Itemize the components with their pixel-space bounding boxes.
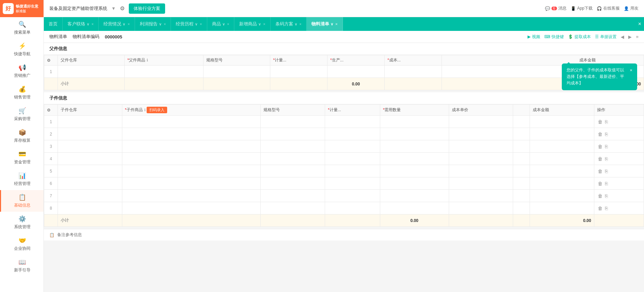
- child-qty-cell[interactable]: [380, 165, 449, 177]
- parent-product-cell[interactable]: [124, 66, 203, 78]
- child-unit-cell[interactable]: [325, 165, 380, 177]
- sidebar-item-operations[interactable]: 📊 经营管理: [0, 168, 44, 190]
- child-unit-cost-cell[interactable]: [449, 190, 513, 202]
- parent-warehouse-cell[interactable]: [58, 66, 125, 78]
- child-spec-cell[interactable]: [261, 177, 325, 190]
- sidebar-item-system[interactable]: ⚙️ 系统管理: [0, 212, 44, 233]
- child-spec-cell[interactable]: [261, 153, 325, 165]
- delete-row-button[interactable]: 🗑: [597, 118, 603, 125]
- child-unit-cost-cell[interactable]: [449, 202, 513, 214]
- child-unit-cost-cell[interactable]: [449, 128, 513, 140]
- menu-icon[interactable]: ≡: [636, 34, 639, 39]
- online-service-button[interactable]: 🎧 在线客服: [597, 5, 620, 11]
- tab-home[interactable]: 首页: [44, 17, 63, 31]
- child-qty-cell[interactable]: [380, 177, 449, 190]
- parent-production-cell[interactable]: [327, 66, 385, 78]
- sidebar-item-inventory[interactable]: 📦 库存核算: [0, 125, 44, 147]
- child-warehouse-cell[interactable]: [58, 140, 122, 153]
- child-warehouse-cell[interactable]: [58, 116, 122, 128]
- child-unit-cost-cell[interactable]: [449, 177, 513, 190]
- copy-row-button[interactable]: ⎘: [604, 155, 608, 162]
- child-qty-cell[interactable]: [380, 153, 449, 165]
- tab-close-icon[interactable]: ×: [299, 22, 301, 26]
- child-qty-cell[interactable]: [380, 128, 449, 140]
- sidebar-item-marketing[interactable]: 📢 营销推广: [0, 60, 44, 82]
- child-spec-cell[interactable]: [261, 116, 325, 128]
- sidebar-item-enterprise[interactable]: 🤝 企业协同: [0, 233, 44, 255]
- message-button[interactable]: 💬 6 消息: [545, 5, 567, 11]
- child-spec-cell[interactable]: [261, 202, 325, 214]
- tab-history[interactable]: 经营历程 ∨ ×: [171, 17, 207, 31]
- child-product-cell[interactable]: [122, 202, 261, 214]
- child-qty-cell[interactable]: [380, 116, 449, 128]
- child-warehouse-cell[interactable]: [58, 128, 122, 140]
- child-product-cell[interactable]: [122, 153, 261, 165]
- child-product-cell[interactable]: [122, 177, 261, 190]
- child-unit-cost-cell[interactable]: [449, 140, 513, 153]
- child-warehouse-cell[interactable]: [58, 153, 122, 165]
- tab-close-icon[interactable]: ×: [164, 22, 166, 26]
- copy-row-button[interactable]: ⎘: [604, 192, 608, 199]
- settings-icon[interactable]: ⚙: [120, 5, 125, 12]
- sidebar-item-basic-info[interactable]: 📋 基础信息: [0, 190, 44, 212]
- copy-row-button[interactable]: ⎘: [604, 205, 608, 212]
- tab-bom[interactable]: 物料清单 ∨ ×: [307, 17, 343, 31]
- sidebar-item-sales[interactable]: 💰 销售管理: [0, 82, 44, 104]
- child-product-cell[interactable]: [122, 140, 261, 153]
- copy-row-button[interactable]: ⎘: [604, 180, 608, 187]
- tab-close-icon[interactable]: ×: [335, 22, 337, 26]
- experience-button[interactable]: 体验行业方案: [129, 3, 165, 14]
- child-warehouse-cell[interactable]: [58, 202, 122, 214]
- sidebar-item-guide[interactable]: 📖 新手引导: [0, 255, 44, 277]
- sidebar-item-search[interactable]: 🔍 搜索菜单: [0, 17, 44, 39]
- delete-row-button[interactable]: 🗑: [597, 180, 603, 187]
- child-product-cell[interactable]: [122, 116, 261, 128]
- prev-record-icon[interactable]: ◀: [621, 34, 624, 39]
- child-warehouse-cell[interactable]: [58, 190, 122, 202]
- child-unit-cell[interactable]: [325, 128, 380, 140]
- delete-row-button[interactable]: 🗑: [597, 155, 603, 162]
- video-button[interactable]: ▶ 视频: [528, 34, 540, 40]
- child-qty-cell[interactable]: [380, 202, 449, 214]
- child-unit-cell[interactable]: [325, 140, 380, 153]
- child-unit-cell[interactable]: [325, 153, 380, 165]
- copy-row-button[interactable]: ⎘: [604, 143, 608, 150]
- sidebar-item-finance[interactable]: 💳 资金管理: [0, 147, 44, 168]
- tab-profit[interactable]: 利润报告 ∨ ×: [135, 17, 171, 31]
- child-unit-cost-cell[interactable]: [449, 153, 513, 165]
- child-spec-cell[interactable]: [261, 128, 325, 140]
- child-product-cell[interactable]: [122, 165, 261, 177]
- child-product-cell[interactable]: [122, 190, 261, 202]
- single-setting-button[interactable]: ☰ 单据设置: [595, 34, 617, 40]
- child-qty-cell[interactable]: [380, 140, 449, 153]
- tooltip-close-button[interactable]: ×: [630, 67, 632, 74]
- tab-close-icon[interactable]: ×: [91, 22, 94, 26]
- copy-row-button[interactable]: ⎘: [604, 118, 608, 125]
- parent-spec-cell[interactable]: [203, 66, 270, 78]
- scan-input-button[interactable]: 扫码录入: [147, 107, 167, 113]
- child-unit-cell[interactable]: [325, 116, 380, 128]
- extract-cost-button[interactable]: 💲 提取成本: [568, 34, 591, 40]
- tab-customer[interactable]: 客户联络 ∨ ×: [63, 17, 99, 31]
- close-all-tabs[interactable]: ×: [635, 21, 644, 27]
- child-unit-cost-cell[interactable]: [449, 116, 513, 128]
- child-spec-cell[interactable]: [261, 190, 325, 202]
- tab-product[interactable]: 商品 ∨ ×: [207, 17, 234, 31]
- parent-unit-cell[interactable]: [270, 66, 327, 78]
- dropdown-icon[interactable]: ▼: [111, 6, 116, 11]
- delete-row-button[interactable]: 🗑: [597, 205, 603, 212]
- tab-close-icon[interactable]: ×: [263, 22, 265, 26]
- child-warehouse-cell[interactable]: [58, 165, 122, 177]
- copy-row-button[interactable]: ⎘: [604, 168, 608, 175]
- tab-close-icon[interactable]: ×: [200, 22, 202, 26]
- tab-business[interactable]: 经营情况 ∨ ×: [99, 17, 135, 31]
- child-unit-cell[interactable]: [325, 202, 380, 214]
- tab-close-icon[interactable]: ×: [227, 22, 229, 26]
- child-unit-cell[interactable]: [325, 177, 380, 190]
- tab-close-icon[interactable]: ×: [127, 22, 129, 26]
- sidebar-item-purchase[interactable]: 🛒 采购管理: [0, 104, 44, 125]
- child-spec-cell[interactable]: [261, 165, 325, 177]
- tab-barcode[interactable]: 条码方案 ∨ ×: [271, 17, 307, 31]
- delete-row-button[interactable]: 🗑: [597, 168, 603, 175]
- user-button[interactable]: 👤 用友: [624, 5, 639, 11]
